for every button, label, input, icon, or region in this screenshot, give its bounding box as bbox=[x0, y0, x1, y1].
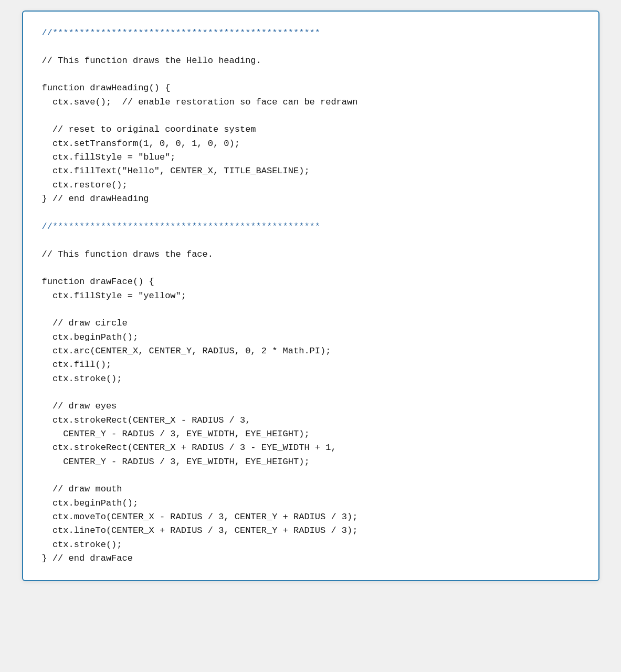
code-line: function drawHeading() { bbox=[42, 83, 171, 93]
code-line: ctx.setTransform(1, 0, 0, 1, 0, 0); bbox=[42, 139, 240, 149]
code-line: } // end drawFace bbox=[42, 553, 133, 563]
code-line: ctx.fillText("Hello", CENTER_X, TITLE_BA… bbox=[42, 166, 310, 176]
code-block: //**************************************… bbox=[42, 26, 580, 565]
code-line: } // end drawHeading bbox=[42, 194, 149, 204]
code-line: // This function draws the face. bbox=[42, 249, 213, 259]
code-line: // draw circle bbox=[42, 318, 128, 328]
code-line: ctx.save(); // enable restoration so fac… bbox=[42, 97, 358, 107]
code-line: ctx.beginPath(); bbox=[42, 498, 139, 508]
code-container: //**************************************… bbox=[22, 10, 599, 581]
code-line: ctx.fillStyle = "yellow"; bbox=[42, 291, 186, 301]
code-line: // This function draws the Hello heading… bbox=[42, 56, 261, 66]
code-line: ctx.restore(); bbox=[42, 180, 128, 190]
code-line: // draw eyes bbox=[42, 401, 117, 411]
code-line: function drawFace() { bbox=[42, 277, 154, 287]
code-line: ctx.moveTo(CENTER_X - RADIUS / 3, CENTER… bbox=[42, 512, 358, 522]
code-line: CENTER_Y - RADIUS / 3, EYE_WIDTH, EYE_HE… bbox=[42, 457, 310, 467]
code-line: ctx.stroke(); bbox=[42, 540, 122, 550]
code-line: ctx.fill(); bbox=[42, 360, 112, 370]
code-line: //**************************************… bbox=[42, 28, 321, 38]
code-line: // reset to original coordinate system bbox=[42, 124, 256, 134]
code-line: ctx.arc(CENTER_X, CENTER_Y, RADIUS, 0, 2… bbox=[42, 346, 331, 356]
code-line: ctx.beginPath(); bbox=[42, 332, 139, 342]
code-line: ctx.strokeRect(CENTER_X - RADIUS / 3, bbox=[42, 415, 251, 425]
code-line: ctx.lineTo(CENTER_X + RADIUS / 3, CENTER… bbox=[42, 526, 358, 536]
code-line: ctx.strokeRect(CENTER_X + RADIUS / 3 - E… bbox=[42, 443, 336, 453]
code-line: ctx.fillStyle = "blue"; bbox=[42, 152, 176, 162]
code-line: // draw mouth bbox=[42, 484, 122, 494]
code-line: ctx.stroke(); bbox=[42, 374, 122, 384]
code-line: //**************************************… bbox=[42, 222, 321, 232]
code-line: CENTER_Y - RADIUS / 3, EYE_WIDTH, EYE_HE… bbox=[42, 429, 310, 439]
